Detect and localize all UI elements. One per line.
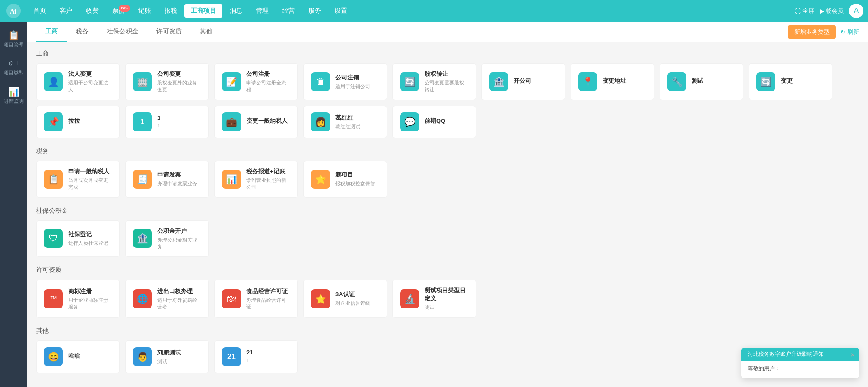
new-badge: new [119,5,130,12]
card-item-21[interactable]: 21 21 1 [214,340,298,373]
card-legal-change[interactable]: 👤 法人变更 适用于公司变更法人 [36,63,120,100]
card-title-legal-change: 法人变更 [68,70,112,78]
card-lala[interactable]: 📌 拉拉 [36,106,120,138]
card-icon-apply-invoice: 🧾 [133,170,152,189]
tab-social[interactable]: 社保公积金 [98,22,147,42]
nav-item-fees[interactable]: 收费 [80,4,105,18]
card-icon-test: 🔧 [667,72,686,91]
card-company-change[interactable]: 🏢 公司变更 股权变更外的业务变更 [125,63,209,100]
project-type-icon: 🏷 [9,58,18,69]
avatar[interactable]: A [849,4,863,18]
notification-close[interactable]: ✕ [850,351,855,359]
card-desc-apply-taxpayer: 当月或次月成变更完成 [68,177,112,191]
card-title-item-1: 1 [157,114,160,121]
card-desc-company-change: 股权变更外的业务变更 [157,79,201,93]
nav-item-tickets[interactable]: 票据 new [106,4,131,18]
card-title-liupeng-test: 刘鹏测试 [157,349,181,357]
cards-grid-other: 😄 哈哈 👨 刘鹏测试 测试 21 21 [36,340,859,373]
card-food-license[interactable]: 🍽 食品经营许可证 办理食品经营许可证 [214,280,298,317]
card-title-open-company: 开公司 [514,77,531,85]
card-desc-import-export: 适用于对外贸易经营者 [157,297,201,311]
logo[interactable]: Ai [5,2,23,20]
card-item-1[interactable]: 1 1 1 [125,106,209,138]
nav-item-home[interactable]: 首页 [27,4,52,18]
card-open-company[interactable]: 🏦 开公司 [481,63,565,100]
refresh-button[interactable]: ↻ 刷新 [840,28,859,36]
card-desc-company-cancel: 适用于注销公司 [335,83,370,90]
card-icon-food-license: 🍽 [222,289,241,308]
card-tax-report-accounting[interactable]: 📊 税务报道+记账 拿到营业执照的新公司 [214,161,298,198]
card-test-type[interactable]: 🔬 测试项目类型目定义 测试 [392,280,476,317]
card-haha[interactable]: 😄 哈哈 [36,340,120,373]
card-desc-social-register: 进行人员社保登记 [68,240,108,247]
sidebar-item-project-type[interactable]: 🏷 项目类型 [1,55,26,80]
tab-other[interactable]: 其他 [191,22,222,42]
card-icon-liupeng-test: 👨 [133,347,152,366]
card-social-register[interactable]: 🛡 社保登记 进行人员社保登记 [36,220,120,257]
card-test[interactable]: 🔧 测试 [660,63,743,100]
card-new-project[interactable]: ⭐ 新项目 报税加税控盘保管 [303,161,387,198]
card-icon-open-company: 🏦 [489,72,508,91]
card-change-taxpayer[interactable]: 💼 变更一般纳税人 [214,106,298,138]
card-icon-import-export: 🌐 [133,289,152,308]
card-title-company-cancel: 公司注销 [335,74,370,82]
tab-license[interactable]: 许可资质 [147,22,191,42]
card-apply-invoice[interactable]: 🧾 申请发票 办理申请发票业务 [125,161,209,198]
nav-item-message[interactable]: 消息 [223,4,249,18]
card-gehonghong[interactable]: 👩 葛红红 葛红红测试 [303,106,387,138]
tab-tax[interactable]: 税务 [67,22,98,42]
card-change[interactable]: 🔄 变更 [749,63,832,100]
card-title-haha: 哈哈 [68,352,80,360]
project-manage-icon: 📋 [8,30,19,41]
nav-item-operation[interactable]: 经营 [276,4,301,18]
nav-item-tax[interactable]: 报税 [158,4,184,18]
card-desc-apply-invoice: 办理申请发票业务 [157,180,197,187]
card-icon-fund-account: 🏦 [133,229,152,248]
card-qianqi-qq[interactable]: 💬 前期QQ [392,106,476,138]
nav-item-client[interactable]: 客户 [53,4,79,18]
nav-items: 首页 客户 收费 票据 new 记账 报税 工商项目 消息 管理 经营 服务 设… [27,4,795,18]
nav-item-settings[interactable]: 设置 [328,4,354,18]
card-title-fund-account: 公积金开户 [157,227,201,235]
sidebar-item-progress[interactable]: 📊 进度监测 [1,83,26,108]
section-social: 社保公积金 🛡 社保登记 进行人员社保登记 🏦 公积金开户 办理公积金相关业务 [36,207,859,257]
card-desc-test-type: 测试 [425,304,468,311]
nav-item-service[interactable]: 服务 [302,4,327,18]
card-desc-3a-cert: 对企业信誉评级 [335,300,370,307]
card-title-new-project: 新项目 [335,171,375,179]
card-fund-account[interactable]: 🏦 公积金开户 办理公积金相关业务 [125,220,209,257]
card-trademark[interactable]: ™ 商标注册 用于企业商标注册服务 [36,280,120,317]
card-title-test-type: 测试项目类型目定义 [425,286,468,303]
card-company-cancel[interactable]: 🗑 公司注销 适用于注销公司 [303,63,387,100]
new-type-button[interactable]: 新增业务类型 [788,25,836,39]
card-title-equity-transfer: 股权转让 [425,70,468,78]
nav-item-manage[interactable]: 管理 [250,4,275,18]
member-button[interactable]: ▶ 畅会员 [820,7,844,15]
card-company-register[interactable]: 📝 公司注册 申请公司注册全流程 [214,63,298,100]
card-equity-transfer[interactable]: 🔄 股权转让 公司变更需要股权转让 [392,63,476,100]
card-liupeng-test[interactable]: 👨 刘鹏测试 测试 [125,340,209,373]
top-nav: Ai 首页 客户 收费 票据 new 记账 报税 工商项目 消息 管理 经营 服… [0,0,868,22]
card-change-address[interactable]: 📍 变更地址 [571,63,654,100]
sidebar-item-project-manage[interactable]: 📋 项目管理 [1,26,26,52]
tab-industry[interactable]: 工商 [36,22,67,42]
cards-grid-social: 🛡 社保登记 进行人员社保登记 🏦 公积金开户 办理公积金相关业务 [36,220,859,257]
card-3a-cert[interactable]: ⭐ 3A认证 对企业信誉评级 [303,280,387,317]
nav-item-industry[interactable]: 工商项目 [184,4,222,18]
svg-text:Ai: Ai [10,8,16,15]
card-icon-legal-change: 👤 [44,72,63,91]
fullscreen-button[interactable]: ⛶ 全屏 [795,7,814,15]
card-icon-change: 🔄 [756,72,775,91]
card-icon-change-taxpayer: 💼 [222,112,241,131]
card-apply-taxpayer[interactable]: 📋 申请一般纳税人 当月或次月成变更完成 [36,161,120,198]
card-icon-company-cancel: 🗑 [311,72,330,91]
card-icon-new-project: ⭐ [311,170,330,189]
cards-grid-license: ™ 商标注册 用于企业商标注册服务 🌐 进出口权办理 适用于对外贸易经营者 🍽 [36,280,859,317]
card-desc-legal-change: 适用于公司变更法人 [68,79,112,93]
section-other: 其他 😄 哈哈 👨 刘鹏测试 测试 21 [36,327,859,373]
card-title-company-change: 公司变更 [157,70,201,78]
card-title-test: 测试 [692,77,703,85]
card-import-export[interactable]: 🌐 进出口权办理 适用于对外贸易经营者 [125,280,209,317]
nav-item-accounting[interactable]: 记账 [132,4,157,18]
card-icon-trademark: ™ [44,289,63,308]
